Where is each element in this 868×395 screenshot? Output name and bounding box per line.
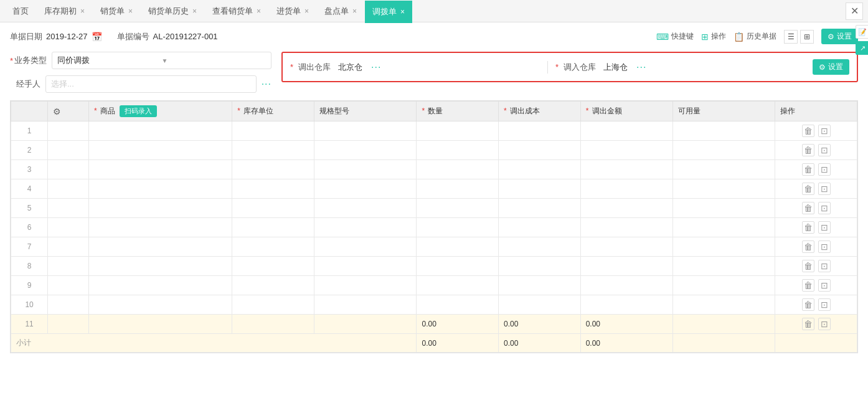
tab-sales-history[interactable]: 销货单历史 × — [141, 0, 205, 22]
row-amount-cell[interactable] — [580, 276, 672, 295]
row-spec-cell[interactable] — [314, 295, 417, 315]
copy-row-icon[interactable]: ⊡ — [818, 163, 831, 176]
copy-row-icon[interactable]: ⊡ — [818, 260, 831, 272]
operations-btn[interactable]: ⊞ 操作 — [701, 31, 726, 42]
tab-view-sales[interactable]: 查看销货单 × — [205, 0, 269, 22]
tab-close-sales-history[interactable]: × — [192, 7, 197, 16]
delete-row-icon[interactable]: 🗑 — [802, 260, 814, 272]
row-unit-cell[interactable] — [232, 295, 314, 315]
row-amount-cell[interactable] — [580, 141, 672, 160]
row-amount-cell[interactable] — [580, 179, 672, 199]
tab-close-sales[interactable]: × — [128, 7, 133, 16]
delete-icon[interactable]: 🗑 — [802, 318, 814, 330]
scan-button[interactable]: 扫码录入 — [120, 105, 157, 117]
tab-close-transfer[interactable]: × — [400, 7, 405, 16]
row-spec-cell[interactable] — [314, 179, 417, 199]
copy-icon[interactable]: ⊡ — [818, 318, 831, 330]
row-qty-cell[interactable] — [417, 257, 499, 276]
tab-close-inventory[interactable]: × — [80, 7, 85, 16]
table-gear-icon[interactable]: ⚙ — [53, 107, 61, 117]
row-qty-cell[interactable] — [417, 179, 499, 199]
row-product-cell[interactable] — [89, 141, 232, 160]
tab-home[interactable]: 首页 — [5, 0, 37, 22]
row-qty-cell[interactable] — [417, 141, 499, 160]
delete-row-icon[interactable]: 🗑 — [802, 144, 814, 156]
handler-select[interactable]: 选择... — [45, 75, 257, 93]
row-cost-cell[interactable] — [499, 160, 581, 179]
tab-close-inventory2[interactable]: × — [352, 7, 357, 16]
layout-grid-icon[interactable]: ⊞ — [800, 30, 814, 44]
note-icon-btn[interactable]: 📝 — [856, 25, 868, 39]
row-amount-cell[interactable] — [580, 199, 672, 218]
delete-row-icon[interactable]: 🗑 — [802, 221, 814, 234]
tab-sales[interactable]: 销货单 × — [93, 0, 141, 22]
row-amount-cell[interactable] — [580, 295, 672, 315]
in-warehouse-more-btn[interactable]: ··· — [636, 62, 646, 73]
row-unit-cell[interactable] — [232, 121, 314, 141]
row-spec-cell[interactable] — [314, 276, 417, 295]
row-product-cell[interactable] — [89, 257, 232, 276]
row-qty-cell[interactable] — [417, 160, 499, 179]
row-amount-cell[interactable] — [580, 121, 672, 141]
row-cost-cell[interactable] — [499, 121, 581, 141]
tab-close-purchase[interactable]: × — [304, 7, 309, 16]
row-unit-cell[interactable] — [232, 141, 314, 160]
copy-row-icon[interactable]: ⊡ — [818, 183, 831, 195]
copy-row-icon[interactable]: ⊡ — [818, 202, 831, 214]
row-product-cell[interactable] — [89, 295, 232, 315]
history-btn[interactable]: 📋 历史单据 — [734, 31, 776, 42]
row-cost-cell[interactable] — [499, 179, 581, 199]
copy-row-icon[interactable]: ⊡ — [818, 125, 831, 137]
row-qty-cell[interactable] — [417, 276, 499, 295]
row-product-cell[interactable] — [89, 160, 232, 179]
copy-row-icon[interactable]: ⊡ — [818, 298, 831, 311]
row-spec-cell[interactable] — [314, 141, 417, 160]
row-unit-cell[interactable] — [232, 257, 314, 276]
copy-row-icon[interactable]: ⊡ — [818, 279, 831, 292]
window-close-button[interactable]: ✕ — [846, 2, 863, 20]
row-unit-cell[interactable] — [232, 179, 314, 199]
warehouse-settings-button[interactable]: ⚙ 设置 — [813, 59, 849, 75]
row-cost-cell[interactable] — [499, 295, 581, 315]
delete-row-icon[interactable]: 🗑 — [802, 279, 814, 292]
row-spec-cell[interactable] — [314, 121, 417, 141]
tab-purchase[interactable]: 进货单 × — [269, 0, 317, 22]
row-amount-cell[interactable] — [580, 218, 672, 237]
row-amount-cell[interactable] — [580, 160, 672, 179]
row-unit-cell[interactable] — [232, 160, 314, 179]
copy-row-icon[interactable]: ⊡ — [818, 144, 831, 156]
handler-more-btn[interactable]: ··· — [262, 79, 271, 90]
row-product-cell[interactable] — [89, 199, 232, 218]
calendar-icon[interactable]: 📅 — [92, 32, 102, 42]
row-amount-cell[interactable] — [580, 237, 672, 257]
expand-icon-btn[interactable]: ↗ — [856, 41, 868, 55]
out-warehouse-more-btn[interactable]: ··· — [371, 62, 381, 73]
delete-row-icon[interactable]: 🗑 — [802, 298, 814, 311]
row-unit-cell[interactable] — [232, 237, 314, 257]
layout-list-icon[interactable]: ☰ — [784, 30, 798, 44]
delete-row-icon[interactable]: 🗑 — [802, 163, 814, 176]
delete-row-icon[interactable]: 🗑 — [802, 125, 814, 137]
tab-transfer[interactable]: 调拨单 × — [365, 1, 412, 23]
row-product-cell[interactable] — [89, 276, 232, 295]
row-qty-cell[interactable] — [417, 295, 499, 315]
row-spec-cell[interactable] — [314, 160, 417, 179]
row-cost-cell[interactable] — [499, 257, 581, 276]
row-unit-cell[interactable] — [232, 218, 314, 237]
copy-row-icon[interactable]: ⊡ — [818, 221, 831, 234]
row-qty-cell[interactable] — [417, 199, 499, 218]
row-spec-cell[interactable] — [314, 218, 417, 237]
delete-row-icon[interactable]: 🗑 — [802, 240, 814, 253]
row-product-cell[interactable] — [89, 179, 232, 199]
row-product-cell[interactable] — [89, 121, 232, 141]
row-spec-cell[interactable] — [314, 257, 417, 276]
row-qty-cell[interactable] — [417, 121, 499, 141]
shortcuts-btn[interactable]: ⌨ 快捷键 — [656, 31, 694, 42]
row-unit-cell[interactable] — [232, 276, 314, 295]
row-unit-cell[interactable] — [232, 199, 314, 218]
tab-inventory[interactable]: 盘点单 × — [317, 0, 365, 22]
row-amount-cell[interactable] — [580, 257, 672, 276]
delete-row-icon[interactable]: 🗑 — [802, 202, 814, 214]
business-type-select[interactable]: 同价调拨 ▼ — [52, 52, 271, 69]
row-product-cell[interactable] — [89, 218, 232, 237]
